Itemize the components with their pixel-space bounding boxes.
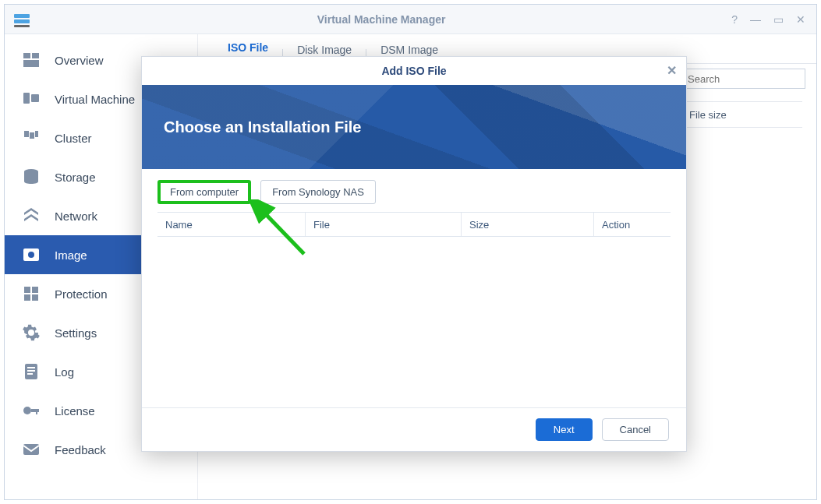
close-window-icon[interactable]: ✕	[796, 13, 805, 26]
protection-icon	[22, 284, 41, 303]
overview-icon	[22, 51, 41, 69]
modal-body	[142, 237, 686, 407]
col-file: File	[306, 213, 462, 236]
sidebar-item-label: Storage	[55, 171, 96, 184]
col-file-size: File size	[678, 109, 802, 121]
maximize-icon[interactable]: ▭	[773, 13, 784, 26]
svg-rect-24	[36, 409, 37, 414]
svg-rect-0	[14, 14, 30, 18]
svg-rect-6	[23, 93, 30, 104]
modal-table-header: Name File Size Action	[157, 212, 671, 237]
svg-rect-9	[30, 132, 34, 139]
from-synology-nas-button[interactable]: From Synology NAS	[260, 180, 376, 204]
gear-icon	[22, 323, 41, 342]
svg-rect-8	[24, 131, 29, 137]
sidebar-item-label: Protection	[55, 287, 108, 301]
window-title: Virtual Machine Manager	[31, 13, 731, 26]
storage-icon	[22, 167, 41, 186]
app-icon	[12, 10, 31, 29]
sidebar-item-label: Overview	[55, 54, 104, 67]
svg-rect-16	[24, 294, 30, 301]
svg-rect-7	[31, 94, 39, 102]
from-computer-button[interactable]: From computer	[157, 180, 251, 204]
titlebar: Virtual Machine Manager ? ― ▭ ✕	[5, 5, 816, 34]
network-icon	[22, 206, 41, 225]
svg-rect-10	[35, 131, 38, 137]
svg-rect-14	[24, 287, 30, 293]
modal-footer: Next Cancel	[142, 407, 686, 451]
svg-rect-25	[23, 444, 39, 455]
vm-icon	[22, 90, 41, 108]
window-controls: ? ― ▭ ✕	[731, 13, 805, 26]
modal-heading: Choose an Installation File	[164, 118, 361, 136]
svg-rect-3	[23, 53, 30, 58]
modal-title: Add ISO File ✕	[142, 57, 686, 85]
svg-rect-23	[31, 409, 39, 412]
svg-rect-1	[14, 19, 30, 23]
key-icon	[22, 401, 41, 420]
close-icon[interactable]: ✕	[667, 63, 677, 78]
sidebar-item-label: Settings	[55, 326, 97, 340]
sidebar-item-label: License	[55, 404, 95, 418]
cluster-icon	[22, 129, 41, 147]
sidebar-item-label: Network	[55, 210, 97, 223]
mail-icon	[22, 440, 41, 459]
svg-rect-5	[23, 60, 39, 67]
sidebar-item-label: Cluster	[55, 132, 92, 145]
next-button[interactable]: Next	[536, 418, 593, 441]
sidebar-item-label: Feedback	[55, 443, 106, 456]
svg-rect-15	[32, 287, 38, 293]
svg-rect-4	[32, 53, 39, 58]
cancel-button[interactable]: Cancel	[602, 418, 669, 441]
sidebar-item-label: Image	[55, 248, 87, 262]
modal-toolbar: From computer From Synology NAS	[142, 169, 686, 212]
svg-rect-19	[27, 367, 35, 368]
svg-rect-21	[27, 373, 33, 375]
search-input[interactable]	[681, 69, 805, 89]
help-icon[interactable]: ?	[731, 13, 738, 26]
sidebar-item-label: Virtual Machine	[55, 93, 135, 106]
image-icon	[22, 245, 41, 264]
minimize-icon[interactable]: ―	[750, 13, 761, 26]
col-action: Action	[594, 213, 671, 236]
log-icon	[22, 362, 41, 381]
svg-point-22	[23, 407, 31, 414]
svg-rect-17	[32, 294, 38, 301]
modal-hero: Choose an Installation File	[142, 85, 686, 169]
col-name: Name	[157, 213, 306, 236]
svg-rect-2	[14, 25, 30, 27]
svg-rect-20	[27, 370, 35, 372]
sidebar-item-label: Log	[55, 365, 74, 379]
add-iso-modal: Add ISO File ✕ Choose an Installation Fi…	[141, 56, 687, 452]
col-size: Size	[462, 213, 594, 236]
svg-point-13	[28, 252, 34, 258]
